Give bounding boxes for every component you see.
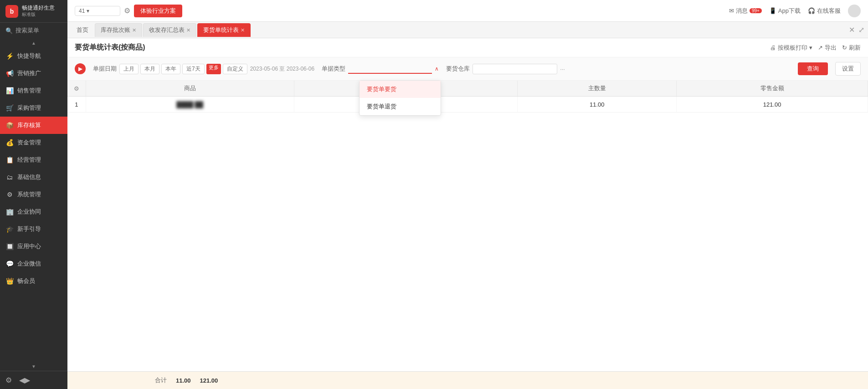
tab-inventory-batch[interactable]: 库存批次账 ✕ — [95, 23, 142, 37]
sidebar-item-inventory[interactable]: 📦 库存核算 — [0, 117, 67, 134]
print-label: 按模板打印 — [778, 44, 807, 52]
close-tab-request-summary[interactable]: ✕ — [241, 27, 245, 33]
app-download-icon: 📱 — [769, 7, 776, 14]
warehouse-filter-input[interactable] — [473, 64, 557, 74]
warehouse-filter-group: 要货仓库 ··· — [446, 64, 565, 74]
refresh-label: 刷新 — [849, 44, 861, 52]
search-icon: 🔍 — [5, 27, 13, 34]
sidebar-item-apps[interactable]: 🔲 应用中心 — [0, 238, 67, 255]
sidebar-item-label: 经营管理 — [17, 156, 41, 164]
expand-tabs-icon[interactable]: ⤢ — [858, 26, 864, 34]
online-service-label: 在线客服 — [817, 7, 841, 15]
row-goods-value: ████ ██ — [176, 101, 203, 108]
export-action[interactable]: ↗ 导出 — [818, 44, 837, 52]
app-download-button[interactable]: 📱 App下载 — [769, 7, 801, 15]
dropdown-item-request-order[interactable]: 要货单要货 — [360, 81, 441, 98]
basic-icon: 🗂 — [5, 173, 14, 181]
sidebar-item-enterprise[interactable]: 🏢 企业协同 — [0, 203, 67, 220]
table-settings-icon[interactable]: ⚙ — [74, 85, 79, 92]
sidebar-item-quick-nav[interactable]: ⚡ 快捷导航 — [0, 47, 67, 65]
tabs-actions: ✕ ⤢ — [849, 26, 864, 34]
type-filter-collapse-icon[interactable]: ∧ — [435, 66, 439, 72]
sidebar-item-member[interactable]: 👑 畅会员 — [0, 272, 67, 290]
close-tab-inventory-batch[interactable]: ✕ — [132, 27, 136, 33]
tab-request-summary[interactable]: 要货单统计表 ✕ — [197, 23, 251, 37]
print-action[interactable]: 🖨 按模板打印 ▾ — [770, 44, 812, 52]
page-title: 要货单统计表(按商品) — [75, 43, 145, 52]
page-content: 要货单统计表(按商品) 🖨 按模板打印 ▾ ↗ 导出 ↻ 刷新 ▶ — [67, 38, 868, 389]
tab-receive-summary[interactable]: 收发存汇总表 ✕ — [143, 23, 196, 37]
dropdown-item-request-return[interactable]: 要货单退货 — [360, 98, 441, 115]
more-badge[interactable]: 更多 — [206, 64, 221, 74]
date-filter-label: 单据日期 — [93, 65, 117, 73]
sidebar-item-operation[interactable]: 📋 经营管理 — [0, 151, 67, 169]
refresh-icon: ↻ — [842, 44, 847, 51]
table-row: 1 ████ ██ 块 11.00 121.00 — [67, 97, 868, 113]
custom-date-btn[interactable]: 自定义 — [223, 64, 247, 74]
system-icon: ⚙ — [5, 190, 14, 199]
main-area: 41 ▾ ⚙ 体验行业方案 ✉ 消息 99+ 📱 App下载 🎧 在线客服 — [67, 0, 868, 389]
close-tab-receive-summary[interactable]: ✕ — [186, 27, 190, 33]
messages-button[interactable]: ✉ 消息 99+ — [729, 7, 762, 15]
type-filter-input[interactable] — [348, 64, 432, 74]
tab-home[interactable]: 首页 — [71, 23, 94, 37]
row-quantity: 11.00 — [518, 97, 677, 113]
this-year-btn[interactable]: 本年 — [161, 64, 180, 74]
topbar-left: 41 ▾ ⚙ 体验行业方案 — [75, 5, 724, 17]
type-filter-label: 单据类型 — [322, 65, 345, 73]
marketing-icon: 📢 — [5, 69, 14, 77]
purchase-icon: 🛒 — [5, 104, 14, 112]
th-goods-label: 商品 — [184, 85, 196, 92]
industry-solution-button[interactable]: 体验行业方案 — [134, 5, 182, 17]
footer-amount: 121.00 — [200, 377, 218, 384]
collapse-icon[interactable]: ◀▶ — [19, 376, 30, 384]
tab-home-label: 首页 — [77, 26, 88, 34]
sidebar-item-wechat[interactable]: 💬 企业微信 — [0, 255, 67, 272]
last-month-btn[interactable]: 上月 — [119, 64, 139, 74]
sidebar-search[interactable]: 🔍 搜索菜单 — [0, 23, 67, 38]
close-all-tabs-icon[interactable]: ✕ — [849, 26, 855, 34]
row-amount: 121.00 — [677, 97, 868, 113]
row-goods: ████ ██ — [86, 97, 294, 113]
sidebar-item-purchase[interactable]: 🛒 采购管理 — [0, 99, 67, 117]
this-month-btn[interactable]: 本月 — [140, 64, 159, 74]
sidebar-item-sales[interactable]: 📊 销售管理 — [0, 82, 67, 99]
sidebar-item-label: 基础信息 — [17, 173, 41, 181]
online-service-button[interactable]: 🎧 在线客服 — [808, 7, 841, 15]
setting-button[interactable]: 设置 — [835, 62, 861, 76]
sidebar-item-marketing[interactable]: 📢 营销推广 — [0, 65, 67, 82]
sidebar-item-basic[interactable]: 🗂 基础信息 — [0, 169, 67, 186]
sales-icon: 📊 — [5, 87, 14, 95]
enterprise-icon: 🏢 — [5, 208, 14, 216]
topbar-store-dropdown[interactable]: 41 ▾ — [75, 6, 120, 16]
sidebar-item-label: 采购管理 — [17, 104, 41, 112]
settings-footer-icon[interactable]: ⚙ — [5, 376, 12, 384]
footer-quantity: 11.00 — [176, 377, 191, 384]
data-table: ⚙ 商品 主计量单位 主数量 零售金额 — [67, 81, 868, 113]
date-range-display: 2023-05-06 至 2023-06-06 — [250, 65, 314, 73]
refresh-action[interactable]: ↻ 刷新 — [842, 44, 861, 52]
user-avatar[interactable] — [848, 5, 861, 17]
tab-receive-summary-label: 收发存汇总表 — [149, 26, 185, 34]
operation-icon: 📋 — [5, 156, 14, 164]
th-settings[interactable]: ⚙ — [67, 81, 86, 97]
sidebar-item-finance[interactable]: 💰 资金管理 — [0, 134, 67, 151]
page-header: 要货单统计表(按商品) 🖨 按模板打印 ▾ ↗ 导出 ↻ 刷新 — [67, 38, 868, 57]
sidebar-item-newbie[interactable]: 🎓 新手引导 — [0, 220, 67, 238]
page-actions: 🖨 按模板打印 ▾ ↗ 导出 ↻ 刷新 — [770, 44, 861, 52]
query-button[interactable]: 查询 — [798, 62, 828, 75]
date-filter-group: 单据日期 上月 本月 本年 近7天 更多 自定义 2023-05-06 至 20… — [93, 64, 314, 74]
last-7-days-btn[interactable]: 近7天 — [182, 64, 205, 74]
date-buttons: 上月 本月 本年 近7天 更多 自定义 — [119, 64, 247, 74]
topbar-settings-icon[interactable]: ⚙ — [124, 6, 130, 15]
sidebar-item-label: 营销推广 — [17, 69, 41, 77]
print-icon: 🖨 — [770, 44, 776, 51]
sidebar: b 畅捷通好生意 标准版 🔍 搜索菜单 ▲ ⚡ 快捷导航 📢 营销推广 📊 销售… — [0, 0, 67, 389]
th-quantity-label: 主数量 — [588, 85, 606, 92]
filter-expand-button[interactable]: ▶ — [75, 63, 86, 74]
sidebar-scroll-up[interactable]: ▲ — [0, 38, 67, 47]
sidebar-scroll-down[interactable]: ▼ — [0, 362, 67, 371]
sidebar-item-system[interactable]: ⚙ 系统管理 — [0, 186, 67, 203]
app-name: 畅捷通好生意 — [22, 5, 55, 12]
more-filter-icon[interactable]: ··· — [560, 66, 565, 72]
